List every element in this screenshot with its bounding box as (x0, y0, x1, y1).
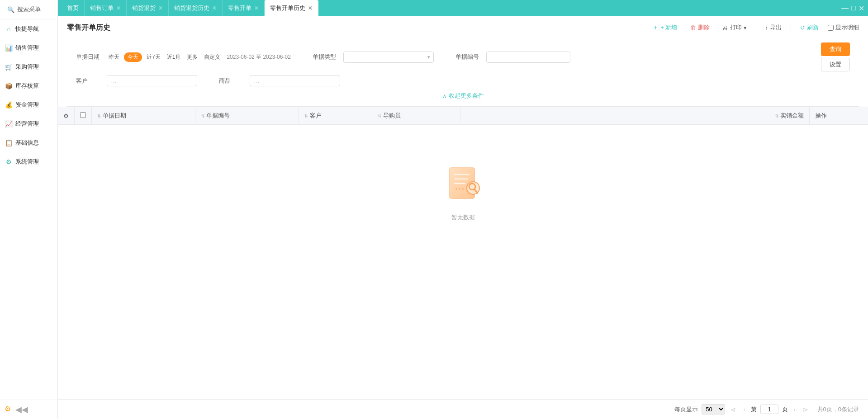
customer-filter-label: 客户 (76, 77, 103, 85)
tab-close-retail-open[interactable]: ✕ (254, 5, 259, 11)
table-header: ⚙ 单据日期 单据编号 客户 导购员 实销金额 操作 (58, 107, 868, 125)
tab-retail-open[interactable]: 零售开单✕ (223, 0, 265, 16)
print-button[interactable]: 🖨 打印 ▾ (719, 22, 750, 33)
date-btn-more[interactable]: 更多 (185, 52, 199, 62)
delete-label: 删除 (698, 24, 710, 32)
date-btn-custom[interactable]: 自定义 (202, 52, 222, 62)
refresh-icon: ↺ (800, 24, 805, 31)
sales-mgmt-label: 销售管理 (15, 44, 39, 52)
data-table: ⚙ 单据日期 单据编号 客户 导购员 实销金额 操作 (58, 107, 868, 258)
tab-close-sales-order[interactable]: ✕ (116, 5, 121, 11)
tab-close-sales-return-history[interactable]: ✕ (212, 5, 217, 11)
tabbar: 首页销售订单✕销货退货✕销货退货历史✕零售开单✕零售开单历史✕ — □ ✕ (58, 0, 868, 16)
col-date[interactable]: 单据日期 (92, 107, 195, 125)
sort-guide[interactable]: 导购员 (378, 112, 455, 120)
tab-label-sales-order: 销售订单 (90, 4, 114, 12)
tab-close-sales-return[interactable]: ✕ (158, 5, 163, 11)
delete-button[interactable]: 🗑 删除 (687, 22, 713, 33)
col-customer[interactable]: 客户 (299, 107, 372, 125)
sidebar-item-operation[interactable]: 📈 经营管理 (0, 114, 57, 133)
sales-mgmt-icon: 📊 (5, 44, 13, 52)
sidebar-item-finance[interactable]: 💰 资金管理 (0, 95, 57, 114)
sort-customer[interactable]: 客户 (304, 112, 366, 120)
settings-bottom-icon[interactable]: ⚙ (5, 405, 11, 414)
basic-info-label: 基础信息 (15, 139, 39, 147)
inventory-label: 库存核算 (15, 82, 39, 90)
collapse-more-btn[interactable]: ∧ 收起更多条件 (76, 90, 850, 102)
tab-retail-open-history[interactable]: 零售开单历史✕ (265, 0, 318, 16)
page-label-after: 页 (782, 405, 788, 414)
collapse-label: 收起更多条件 (449, 92, 484, 100)
tab-label-home: 首页 (67, 4, 79, 12)
new-button[interactable]: ＋ + 新增 (649, 22, 681, 33)
page-input[interactable] (760, 405, 778, 414)
last-page-button[interactable]: ⊳ (801, 405, 810, 414)
date-btn-today[interactable]: 今天 (124, 52, 142, 62)
sort-amount[interactable]: 实销金额 (466, 112, 803, 120)
sort-number[interactable]: 单据编号 (201, 112, 293, 120)
customer-input-placeholder: … (111, 77, 117, 84)
tab-close-retail-open-history[interactable]: ✕ (308, 5, 313, 11)
customer-input-wrap[interactable]: … (107, 75, 197, 86)
tab-label-retail-open: 零售开单 (228, 4, 251, 12)
tab-label-sales-return-history: 销货退货历史 (174, 4, 209, 12)
date-btn-7days[interactable]: 近7天 (145, 52, 162, 62)
filter-row-2: 客户 … 商品 … (76, 75, 850, 86)
sidebar-item-inventory[interactable]: 📦 库存核算 (0, 76, 57, 95)
refresh-button[interactable]: ↺ 刷新 (797, 22, 822, 33)
type-select[interactable] (343, 52, 434, 63)
display-detail-input[interactable] (828, 25, 834, 31)
query-button[interactable]: 查询 (821, 42, 850, 56)
window-restore-icon[interactable]: □ (851, 4, 856, 13)
export-button[interactable]: ↑ 导出 (762, 22, 786, 33)
sort-date[interactable]: 单据日期 (97, 112, 190, 120)
sidebar-item-quick-nav[interactable]: ⌂ 快捷导航 (0, 19, 57, 38)
purchase-mgmt-label: 采购管理 (15, 63, 39, 71)
col-settings[interactable]: ⚙ (58, 107, 75, 125)
system-icon: ⚙ (5, 158, 13, 166)
per-page-select[interactable]: 50 10 20 100 (702, 404, 725, 414)
date-btn-1month[interactable]: 近1月 (165, 52, 183, 62)
next-page-button[interactable]: › (792, 405, 797, 414)
sidebar-item-system[interactable]: ⚙ 系统管理 (0, 152, 57, 171)
chevron-up-icon: ∧ (442, 93, 447, 99)
tab-container: 首页销售订单✕销货退货✕销货退货历史✕零售开单✕零售开单历史✕ (62, 0, 318, 16)
first-page-button[interactable]: ⊲ (729, 405, 738, 414)
select-all-checkbox[interactable] (80, 112, 86, 118)
display-detail-checkbox[interactable]: 显示明细 (828, 24, 859, 32)
content-area: 零售开单历史 ＋ + 新增 🗑 删除 🖨 打印 ▾ (58, 16, 868, 419)
number-input[interactable] (486, 52, 570, 63)
window-close-icon[interactable]: ✕ (859, 4, 864, 13)
tab-sales-order[interactable]: 销售订单✕ (85, 0, 127, 16)
col-guide[interactable]: 导购员 (372, 107, 460, 125)
window-minimize-icon[interactable]: — (841, 4, 849, 13)
tab-sales-return-history[interactable]: 销货退货历史✕ (169, 0, 223, 16)
page-label-before: 第 (751, 405, 757, 414)
goods-filter-label: 商品 (219, 77, 246, 85)
goods-input-wrap[interactable]: … (250, 75, 340, 86)
table-area: ⚙ 单据日期 单据编号 客户 导购员 实销金额 操作 (58, 107, 868, 399)
tab-label-sales-return: 销货退货 (132, 4, 156, 12)
col-amount[interactable]: 实销金额 (460, 107, 809, 125)
type-select-wrap (343, 52, 434, 63)
empty-state: 暂无数据 (58, 125, 868, 258)
filter-settings-button[interactable]: 设置 (821, 58, 850, 71)
search-menu-item[interactable]: 🔍 搜索采单 (0, 0, 57, 19)
col-number[interactable]: 单据编号 (195, 107, 299, 125)
quick-nav-label: 快捷导航 (15, 25, 39, 33)
prev-page-button[interactable]: ‹ (741, 405, 747, 414)
search-menu-label: 搜索采单 (17, 5, 41, 14)
date-btn-yesterday[interactable]: 昨天 (107, 52, 121, 62)
empty-row: 暂无数据 (58, 125, 868, 258)
tab-sales-return[interactable]: 销货退货✕ (127, 0, 169, 16)
date-filter-label: 单据日期 (76, 53, 103, 61)
finance-label: 资金管理 (15, 101, 39, 109)
sidebar-item-sales-mgmt[interactable]: 📊 销售管理 (0, 38, 57, 57)
sidebar-item-basic-info[interactable]: 📋 基础信息 (0, 133, 57, 152)
quick-nav-icon: ⌂ (5, 25, 13, 33)
sidebar-item-purchase-mgmt[interactable]: 🛒 采购管理 (0, 57, 57, 76)
page-title: 零售开单历史 (67, 23, 110, 33)
col-check[interactable] (75, 107, 92, 125)
collapse-sidebar-icon[interactable]: ◀◀ (15, 405, 28, 414)
tab-home[interactable]: 首页 (62, 0, 85, 16)
